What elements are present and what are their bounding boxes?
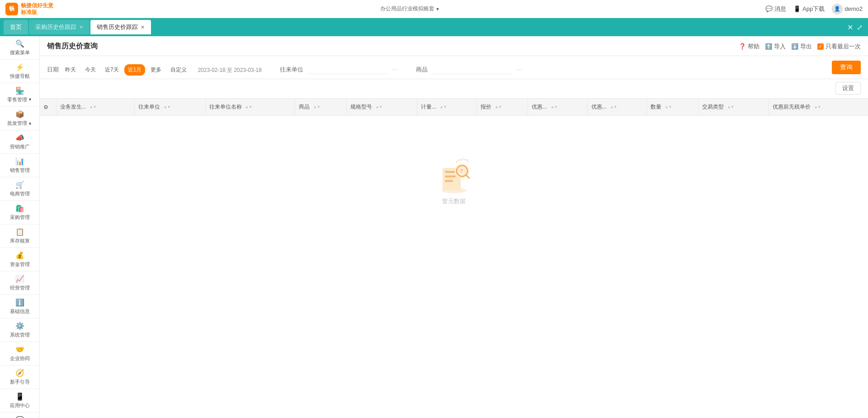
sidebar-item-wholesale[interactable]: 📦 批发管理▲: [0, 107, 39, 130]
tab-home[interactable]: 首页: [4, 20, 28, 34]
top-bar-center: 办公用品行业模拟账套 ▾: [380, 5, 439, 13]
col-discount2[interactable]: 优惠... ▲▼: [587, 99, 646, 116]
sidebar-item-shortcuts[interactable]: ⚡ 快捷导航: [0, 60, 39, 83]
main-layout: 🔍 搜索菜单 ⚡ 快捷导航 🏪 零售管理▼ 📦 批发管理▲ 📣 营销推广 📊 销…: [0, 36, 868, 418]
filter-bar: 日期 昨天 今天 近7天 近1月 更多 自定义 2023-02-18 至 202…: [40, 56, 868, 79]
sidebar-item-retail[interactable]: 🏪 零售管理▼: [0, 83, 39, 107]
settings-row: 设置: [40, 79, 868, 99]
table-settings-icon[interactable]: ⚙: [43, 104, 48, 110]
sidebar-item-sales-mgmt[interactable]: 📊 销售管理: [0, 154, 39, 177]
sort-icon: ▲▼: [727, 105, 734, 109]
col-trade-type[interactable]: 交易类型 ▲▼: [698, 99, 769, 116]
product-filter-label: 商品: [416, 66, 428, 74]
table-container: ⚙ 业务发生... ▲▼ 往来单位 ▲▼ 往来单位名称 ▲▼: [40, 99, 868, 418]
sort-icon: ▲▼: [90, 105, 97, 109]
sort-icon: ▲▼: [665, 105, 672, 109]
sidebar-item-guide[interactable]: 🧭 新手引导: [0, 366, 39, 389]
help-button[interactable]: ❓ 帮助: [739, 43, 760, 51]
date-btn-yesterday[interactable]: 昨天: [61, 64, 80, 76]
tab-purchase-history-close[interactable]: ✕: [79, 24, 83, 30]
query-button[interactable]: 查询: [832, 61, 861, 74]
top-bar-right: 💬 消息 📱 App下载 👤 demo2: [765, 4, 863, 14]
partner-filter: 往来单位 ···: [280, 65, 398, 74]
col-biz-date[interactable]: 业务发生... ▲▼: [56, 99, 135, 116]
date-btn-7days[interactable]: 近7天: [101, 64, 123, 76]
sidebar-item-marketing[interactable]: 📣 营销推广: [0, 130, 39, 154]
product-filter: 商品 ···: [416, 65, 522, 74]
logo-area: 畅 畅捷信好生意 标准版: [5, 2, 53, 15]
page-actions: ❓ 帮助 ⬆️ 导入 ⬇️ 导出 ✓ 只看最后一次: [739, 43, 861, 51]
partner-filter-dots[interactable]: ···: [392, 66, 398, 74]
sidebar-item-basic[interactable]: ℹ️ 基础信息: [0, 295, 39, 318]
date-btn-more[interactable]: 更多: [147, 64, 165, 76]
sidebar-item-wechat[interactable]: 💬 企业微信: [0, 413, 39, 418]
sidebar-item-search[interactable]: 🔍 搜索菜单: [0, 36, 39, 60]
logo-icon: 畅: [5, 3, 18, 15]
col-partner-code[interactable]: 往来单位 ▲▼: [135, 99, 205, 116]
date-buttons: 昨天 今天 近7天 近1月 更多 自定义: [61, 64, 190, 76]
tab-purchase-history[interactable]: 采购历史价跟踪 ✕: [29, 20, 90, 34]
sort-icon: ▲▼: [164, 105, 171, 109]
workspace-selector[interactable]: 办公用品行业模拟账套 ▾: [380, 5, 439, 13]
sort-icon: ▲▼: [440, 105, 447, 109]
basic-icon: ℹ️: [15, 298, 24, 307]
col-qty[interactable]: 数量 ▲▼: [647, 99, 698, 116]
tab-sales-history[interactable]: 销售历史价跟踪 ✕: [90, 20, 151, 34]
date-btn-today[interactable]: 今天: [81, 64, 99, 76]
tab-sales-history-label: 销售历史价跟踪: [97, 23, 138, 31]
system-icon: ⚙️: [15, 322, 24, 330]
date-filter-label: 日期: [47, 66, 59, 74]
date-btn-custom[interactable]: 自定义: [167, 64, 190, 76]
only-latest-checkbox[interactable]: ✓ 只看最后一次: [817, 43, 861, 51]
empty-state: ? 暂元数据: [40, 116, 868, 242]
export-button[interactable]: ⬇️ 导出: [791, 43, 812, 51]
col-settings[interactable]: ⚙: [40, 99, 56, 116]
sidebar-item-finance[interactable]: 💰 资金管理: [0, 248, 39, 271]
col-product[interactable]: 商品 ▲▼: [295, 99, 347, 116]
col-discount1[interactable]: 优惠... ▲▼: [528, 99, 587, 116]
sort-icon: ▲▼: [495, 105, 502, 109]
wholesale-icon: 📦: [15, 110, 24, 119]
date-range-display: 2023-02-18 至 2023-03-18: [198, 66, 261, 74]
sidebar-item-operations[interactable]: 📈 经营管理: [0, 271, 39, 295]
sidebar: 🔍 搜索菜单 ⚡ 快捷导航 🏪 零售管理▼ 📦 批发管理▲ 📣 营销推广 📊 销…: [0, 36, 40, 418]
sort-icon: ▲▼: [375, 105, 382, 109]
tab-sales-history-close[interactable]: ✕: [141, 24, 145, 30]
settings-button[interactable]: 设置: [835, 82, 861, 95]
sort-icon: ▲▼: [313, 105, 321, 109]
col-quote[interactable]: 报价 ▲▼: [476, 99, 528, 116]
sidebar-item-system[interactable]: ⚙️ 系统管理: [0, 318, 39, 342]
product-filter-input[interactable]: [430, 65, 512, 74]
chevron-down-icon: ▼: [28, 97, 32, 103]
sidebar-item-cooperation[interactable]: 🤝 企业协同: [0, 342, 39, 366]
col-partner-name[interactable]: 往来单位名称 ▲▼: [205, 99, 295, 116]
date-range-text: 2023-02-18 至 2023-03-18: [198, 66, 261, 74]
app-download-button[interactable]: 📱 App下载: [793, 5, 825, 13]
tab-maximize-button[interactable]: ⤢: [857, 23, 863, 32]
top-bar: 畅 畅捷信好生意 标准版 办公用品行业模拟账套 ▾ 💬 消息 📱 App下载 👤…: [0, 0, 868, 18]
data-table: ⚙ 业务发生... ▲▼ 往来单位 ▲▼ 往来单位名称 ▲▼: [40, 99, 868, 242]
page-header: 销售历史价查询 ❓ 帮助 ⬆️ 导入 ⬇️ 导出 ✓: [40, 36, 868, 56]
filter-action-buttons: 查询: [832, 61, 861, 79]
sidebar-item-appstore[interactable]: 📱 应用中心: [0, 389, 39, 413]
wechat-icon: 💬: [15, 416, 24, 418]
partner-filter-input[interactable]: [306, 65, 387, 74]
sort-icon: ▲▼: [245, 105, 252, 109]
sidebar-item-purchase[interactable]: 🛍️ 采购管理: [0, 201, 39, 224]
content-area: 销售历史价查询 ❓ 帮助 ⬆️ 导入 ⬇️ 导出 ✓: [40, 36, 868, 418]
user-avatar[interactable]: 👤 demo2: [832, 4, 863, 14]
date-btn-1month[interactable]: 近1月: [124, 64, 146, 76]
col-unit[interactable]: 计量... ▲▼: [417, 99, 476, 116]
product-filter-dots[interactable]: ···: [516, 66, 522, 74]
message-button[interactable]: 💬 消息: [765, 5, 786, 13]
appstore-icon: 📱: [15, 392, 24, 401]
sidebar-item-ecommerce[interactable]: 🛒 电商管理: [0, 177, 39, 201]
col-spec[interactable]: 规格型号 ▲▼: [347, 99, 417, 116]
partner-filter-label: 往来单位: [280, 66, 303, 74]
import-button[interactable]: ⬆️ 导入: [765, 43, 786, 51]
export-icon: ⬇️: [791, 43, 798, 50]
retail-icon: 🏪: [15, 86, 24, 95]
sidebar-item-inventory[interactable]: 📋 库存核算: [0, 224, 39, 248]
col-pretax-price[interactable]: 优惠前无税单价 ▲▼: [769, 99, 868, 116]
tab-close-all-button[interactable]: ✕: [847, 23, 853, 32]
